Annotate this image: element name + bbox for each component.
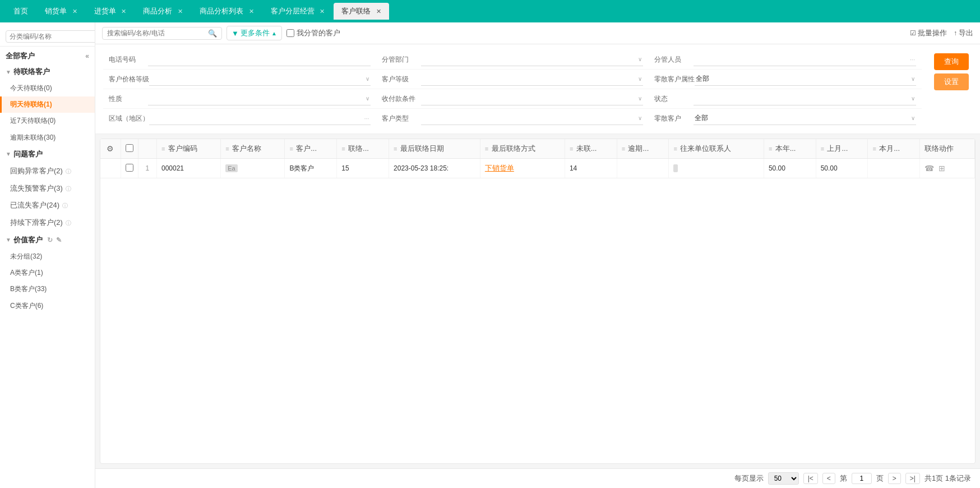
edit-icon[interactable]: ✎ [56,236,62,244]
nav-tab-0[interactable]: 销货单 ✕ [37,3,85,20]
col-header-contact[interactable]: ≡ 联络... [337,139,389,159]
close-tab-0-icon[interactable]: ✕ [72,8,77,15]
close-tab-2-icon[interactable]: ✕ [178,8,183,15]
close-tab-3-icon[interactable]: ✕ [249,8,254,15]
close-tab-4-icon[interactable]: ✕ [320,8,325,15]
first-page-btn[interactable]: |< [803,473,818,484]
last-page-btn[interactable]: >| [905,473,920,484]
sidebar-item-overdue[interactable]: 逾期未联络(30) [0,130,95,146]
info-icon-0: ⓘ [66,168,71,174]
search-box: 🔍 [102,27,222,40]
search-input[interactable] [107,29,208,37]
set-button[interactable]: 设置 [934,73,969,90]
row-last-method[interactable]: 下销货单 [480,159,565,178]
filter-more-btn[interactable]: ▼ 更多条件 ▲ [226,26,282,40]
filter-price-level: 客户价格等级 ∨ [103,70,376,89]
filter-retail-attr-label: 零散客户属性 [654,75,695,84]
filter-customer-type: 客户类型 ∨ [376,109,649,128]
sidebar-item-churn-warning[interactable]: 流失预警客户(3) ⓘ [0,180,95,197]
next-page-btn[interactable]: > [888,473,901,484]
close-tab-5-icon[interactable]: ✕ [376,8,381,15]
my-customer-checkbox[interactable] [286,29,294,37]
close-tab-1-icon[interactable]: ✕ [121,8,126,15]
region-dots-icon[interactable]: ··· [364,115,369,122]
sidebar-item-today[interactable]: 今天待联络(0) [0,80,95,96]
filter-payment-select[interactable]: ∨ [421,92,644,105]
nav-tab-5[interactable]: 客户联络 ✕ [334,3,389,20]
col-header-name[interactable]: ≡ 客户名称 [221,139,285,159]
gear-icon[interactable]: ⚙ [107,144,114,153]
collapse-icon[interactable]: « [85,52,89,60]
nav-tab-1[interactable]: 进货单 ✕ [86,3,135,20]
filter-manager-input[interactable]: ··· [694,53,916,66]
col-header-last-month[interactable]: ≡ 上月... [816,139,868,159]
customer-table-area: ⚙ ≡ 客户编码 ≡ 客户名称 [100,139,976,464]
col-header-not-contact[interactable]: ≡ 未联... [565,139,617,159]
bulk-operation-btn[interactable]: ☑ 批量操作 [910,28,947,38]
col-header-overdue[interactable]: ≡ 逾期... [617,139,669,159]
select-all-checkbox[interactable] [126,144,133,152]
prev-page-btn[interactable]: < [822,473,835,484]
nav-home[interactable]: 首页 [6,3,36,20]
filter-region-input[interactable]: ··· [149,112,371,125]
export-btn[interactable]: ↑ 导出 [954,28,973,38]
phone-action-icon[interactable]: ☎ [924,164,934,173]
col-header-unit-contact[interactable]: ≡ 往来单位联系人 [669,139,764,159]
sidebar-item-c-class[interactable]: C类客户(6) [0,298,95,314]
nav-tab-3[interactable]: 商品分析列表 ✕ [192,3,262,20]
nav-tab-4[interactable]: 客户分层经营 ✕ [263,3,333,20]
manager-dots-icon[interactable]: ··· [910,56,915,63]
row-name: Ea [221,159,285,178]
search-icon[interactable]: 🔍 [208,29,217,38]
filter-status-select[interactable]: ∨ [694,92,916,105]
col-header-settings[interactable]: ⚙ [100,139,121,159]
page-size-select[interactable]: 50 100 200 [768,472,799,485]
name-placeholder: Ea [225,164,237,172]
filter-customer-type-select[interactable]: ∨ [421,112,644,125]
sort-icon-last-date: ≡ [394,145,397,152]
page-label: 第 [840,473,847,484]
filter-retail-attr-select[interactable]: 全部 ∨ [695,72,916,86]
grid-action-icon[interactable]: ⊞ [939,164,945,173]
sidebar-item-ungrouped[interactable]: 未分组(32) [0,248,95,265]
sort-icon-year: ≡ [769,145,772,152]
refresh-icon[interactable]: ↻ [47,236,53,244]
page-number-input[interactable] [852,473,872,484]
info-icon-1: ⓘ [66,186,71,192]
filter-dept-select[interactable]: ∨ [421,53,644,66]
filter-retail-customer-select[interactable]: 全部 ∨ [694,112,916,125]
col-header-last-method[interactable]: ≡ 最后联络方式 [480,139,565,159]
sidebar-search-input[interactable] [6,30,95,43]
row-check-cell[interactable] [121,159,138,178]
sidebar-item-declining[interactable]: 持续下滑客户(2) ⓘ [0,214,95,232]
col-header-last-date[interactable]: ≡ 最后联络日期 [389,139,480,159]
sidebar-item-b-class[interactable]: B类客户(33) [0,281,95,297]
sidebar-item-7days[interactable]: 近7天待联络(0) [0,113,95,129]
query-button[interactable]: 查询 [934,53,969,70]
sidebar-item-churned[interactable]: 已流失客户(24) ⓘ [0,197,95,214]
all-customers-section[interactable]: 全部客户 « [0,47,95,63]
filter-region-label: 区域（地区） [109,114,149,123]
col-header-type[interactable]: ≡ 客户... [285,139,337,159]
pending-group-title: ▼ 待联络客户 [0,63,95,80]
sort-icon-contact: ≡ [341,145,345,152]
filter-nature-select[interactable]: ∨ [148,92,371,105]
nav-tab-2[interactable]: 商品分析 ✕ [135,3,191,20]
last-method-link[interactable]: 下销货单 [485,164,514,172]
sidebar-item-tomorrow[interactable]: 明天待联络(1) [0,96,95,113]
col-header-this-year[interactable]: ≡ 本年... [764,139,816,159]
sidebar-item-a-class[interactable]: A类客户(1) [0,265,95,281]
col-header-code[interactable]: ≡ 客户编码 [157,139,221,159]
col-header-this-month[interactable]: ≡ 本月... [868,139,920,159]
filter-customer-level-select[interactable]: ∨ [421,72,644,86]
my-customer-checkbox-area[interactable]: 我分管的客户 [286,28,340,38]
sidebar-item-abnormal[interactable]: 回购异常客户(2) ⓘ [0,163,95,180]
filter-price-level-select[interactable]: ∨ [149,72,371,86]
filter-manager-label: 分管人员 [654,55,694,65]
payment-arrow-icon: ∨ [638,95,642,102]
filter-phone-input[interactable] [148,53,371,66]
row-checkbox[interactable] [126,164,133,172]
filter-customer-level: 客户等级 ∨ [376,70,649,89]
col-header-check[interactable] [121,139,138,159]
action-icons-group: ☎ ⊞ [924,164,970,173]
